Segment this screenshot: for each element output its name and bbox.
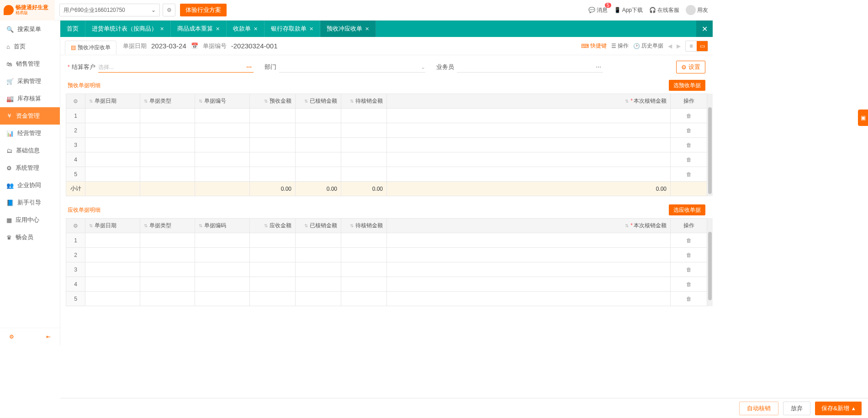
delete-icon[interactable]: 🗑 bbox=[686, 252, 692, 258]
delete-icon[interactable]: 🗑 bbox=[686, 266, 692, 273]
close-all-tabs[interactable]: ✕ bbox=[696, 21, 713, 37]
doc-tab: ▤ 预收冲应收单 bbox=[65, 41, 116, 54]
user-menu[interactable]: 用友 bbox=[686, 5, 708, 15]
dept-label: 部门 bbox=[265, 63, 276, 71]
delete-icon[interactable]: 🗑 bbox=[686, 237, 692, 244]
table-row[interactable]: 2🗑 bbox=[66, 248, 707, 262]
table-row[interactable]: 5🗑 bbox=[66, 167, 707, 182]
sales-input[interactable]: ⋯ bbox=[457, 62, 603, 73]
col-no[interactable]: 单据编码 bbox=[195, 219, 250, 233]
col-pre[interactable]: 预收金额 bbox=[250, 94, 296, 109]
view-list[interactable]: ≡ bbox=[686, 41, 697, 51]
col-done[interactable]: 已核销金额 bbox=[296, 94, 341, 109]
tab-label: 商品成本重算 bbox=[177, 25, 213, 33]
sales-picker-icon[interactable]: ⋯ bbox=[594, 64, 603, 70]
col-recv[interactable]: 应收金额 bbox=[250, 219, 296, 233]
delete-icon[interactable]: 🗑 bbox=[686, 171, 692, 178]
close-icon[interactable]: ✕ bbox=[365, 26, 369, 32]
sidebar-item-basic[interactable]: 🗂基础信息 bbox=[0, 142, 60, 159]
pick-receivable-button[interactable]: 选应收单据 bbox=[669, 204, 705, 215]
col-op: 操作 bbox=[671, 94, 707, 109]
sidebar-item-system[interactable]: ⚙系统管理 bbox=[0, 159, 60, 177]
sidebar-item-search[interactable]: 🔍搜索菜单 bbox=[0, 21, 60, 38]
sidebar-item-guide[interactable]: 📘新手引导 bbox=[0, 194, 60, 211]
table-row[interactable]: 4🗑 bbox=[66, 152, 707, 167]
tab-cost-recalc[interactable]: 商品成本重算✕ bbox=[171, 21, 227, 37]
team-icon: 👥 bbox=[6, 182, 14, 189]
tabs-bar: 首页 进货单统计表（按商品）✕ 商品成本重算✕ 收款单✕ 银行存取款单✕ 预收冲… bbox=[60, 21, 713, 37]
col-type[interactable]: 单据类型 bbox=[140, 94, 195, 109]
tab-prepay-offset[interactable]: 预收冲应收单✕ bbox=[320, 21, 376, 37]
pick-prepay-button[interactable]: 选预收单据 bbox=[669, 80, 705, 91]
tab-bank[interactable]: 银行存取款单✕ bbox=[265, 21, 320, 37]
sidebar-item-label: 畅会员 bbox=[16, 233, 33, 241]
table-row[interactable]: 1🗑 bbox=[66, 233, 707, 248]
table-row[interactable]: 1🗑 bbox=[66, 109, 707, 123]
table-row[interactable]: 4🗑 bbox=[66, 277, 707, 292]
delete-icon[interactable]: 🗑 bbox=[686, 296, 692, 302]
table-row[interactable]: 2🗑 bbox=[66, 123, 707, 138]
table-settings-icon[interactable]: ⚙ bbox=[73, 98, 78, 104]
delete-icon[interactable]: 🗑 bbox=[686, 113, 692, 119]
sidebar-item-collab[interactable]: 👥企业协同 bbox=[0, 177, 60, 194]
col-date[interactable]: 单据日期 bbox=[85, 219, 140, 233]
settings-button[interactable]: ⚙设置 bbox=[676, 61, 705, 73]
tab-home[interactable]: 首页 bbox=[60, 21, 85, 37]
table-row[interactable]: 5🗑 bbox=[66, 292, 707, 306]
col-this[interactable]: *本次核销金额 bbox=[387, 219, 671, 233]
side-float-handle[interactable]: ▣ bbox=[858, 110, 868, 126]
tab-purchase-report[interactable]: 进货单统计表（按商品）✕ bbox=[85, 21, 171, 37]
sidebar-item-operations[interactable]: 📊经营管理 bbox=[0, 125, 60, 142]
sidebar-item-sales[interactable]: 🛍销售管理 bbox=[0, 55, 60, 73]
col-date[interactable]: 单据日期 bbox=[85, 94, 140, 109]
operate-link[interactable]: ☰操作 bbox=[611, 42, 629, 50]
delete-icon[interactable]: 🗑 bbox=[686, 157, 692, 163]
app-download-link[interactable]: 📱 App下载 bbox=[614, 6, 643, 14]
table-row[interactable]: 3🗑 bbox=[66, 262, 707, 277]
sidebar-collapse-icon[interactable]: ⇤ bbox=[46, 334, 51, 340]
col-type[interactable]: 单据类型 bbox=[140, 219, 195, 233]
col-pending[interactable]: 待核销金额 bbox=[341, 94, 387, 109]
table-row[interactable]: 3🗑 bbox=[66, 138, 707, 152]
view-card[interactable]: ▭ bbox=[697, 41, 708, 51]
customer-picker-icon[interactable]: ⋯ bbox=[244, 64, 254, 70]
scrollbar[interactable] bbox=[707, 218, 713, 306]
close-icon[interactable]: ✕ bbox=[160, 26, 164, 32]
close-icon[interactable]: ✕ bbox=[309, 26, 313, 32]
sidebar-item-apps[interactable]: ▦应用中心 bbox=[0, 211, 60, 229]
close-icon[interactable]: ✕ bbox=[216, 26, 220, 32]
history-link[interactable]: 🕑历史单据 bbox=[633, 42, 663, 50]
sidebar-settings-icon[interactable]: ⚙ bbox=[9, 334, 14, 340]
messages-link[interactable]: 💬 消息 5 bbox=[588, 6, 608, 14]
sidebar-item-inventory[interactable]: 🏭库存核算 bbox=[0, 90, 60, 107]
customer-input[interactable] bbox=[98, 64, 244, 70]
customer-service-link[interactable]: 🎧 在线客服 bbox=[649, 6, 679, 14]
col-this[interactable]: *本次核销金额 bbox=[387, 94, 671, 109]
close-icon[interactable]: ✕ bbox=[254, 26, 258, 32]
shortcut-link[interactable]: ⌨快捷键 bbox=[581, 42, 607, 50]
dept-select[interactable]: ⌄ bbox=[279, 62, 425, 73]
sidebar-item-funds[interactable]: ￥资金管理 bbox=[0, 107, 60, 125]
calendar-icon[interactable]: 📅 bbox=[191, 42, 198, 49]
col-no[interactable]: 单据编号 bbox=[195, 94, 250, 109]
col-op: 操作 bbox=[671, 219, 707, 233]
delete-icon[interactable]: 🗑 bbox=[686, 127, 692, 134]
table-settings-icon[interactable]: ⚙ bbox=[73, 223, 78, 229]
company-select[interactable]: 用户690企业1660120750 ⌄ bbox=[59, 4, 160, 16]
tab-label: 银行存取款单 bbox=[271, 25, 307, 33]
date-value[interactable]: 2023-03-24 bbox=[151, 42, 186, 50]
sidebar-item-home[interactable]: ⌂首页 bbox=[0, 38, 60, 55]
try-industry-button[interactable]: 体验行业方案 bbox=[180, 4, 227, 16]
col-done[interactable]: 已核销金额 bbox=[296, 219, 341, 233]
tab-receipt[interactable]: 收款单✕ bbox=[227, 21, 265, 37]
delete-icon[interactable]: 🗑 bbox=[686, 142, 692, 148]
sidebar-item-purchase[interactable]: 🛒采购管理 bbox=[0, 73, 60, 90]
delete-icon[interactable]: 🗑 bbox=[686, 281, 692, 287]
scrollbar[interactable] bbox=[707, 94, 713, 196]
sidebar-item-member[interactable]: ♛畅会员 bbox=[0, 229, 60, 246]
col-pending[interactable]: 待核销金额 bbox=[341, 219, 387, 233]
top-gear-icon[interactable]: ⚙ bbox=[163, 4, 175, 16]
grid-icon: ▦ bbox=[6, 217, 12, 224]
next-doc[interactable]: ▶ bbox=[677, 43, 681, 49]
prev-doc[interactable]: ◀ bbox=[668, 43, 672, 49]
